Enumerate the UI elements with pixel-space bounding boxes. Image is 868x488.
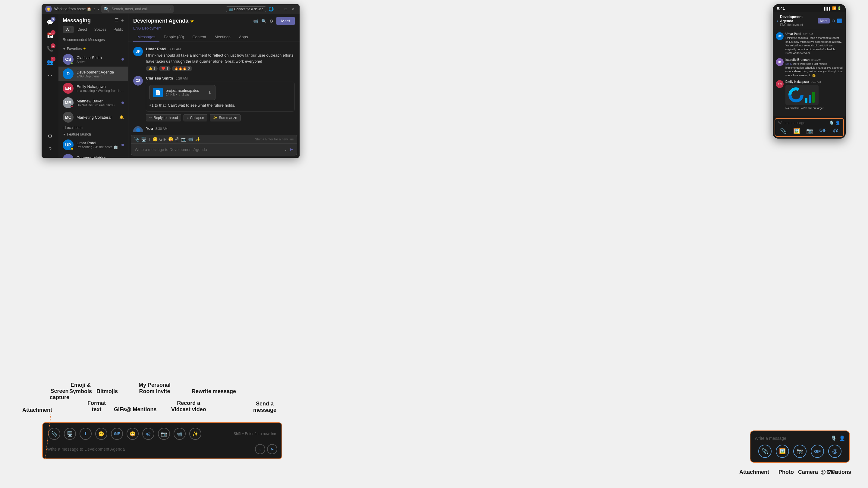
- settings-header-icon[interactable]: ⚙: [270, 19, 273, 24]
- phone-enlarged-input[interactable]: Write a message: [755, 436, 828, 441]
- section-header-feature-launch[interactable]: ▼ Feature launch: [59, 131, 128, 138]
- reply-thread-button[interactable]: ↩ Reply to thread: [146, 114, 181, 121]
- list-item[interactable]: MB Matthew Baker Do Not Disturb until 16…: [59, 96, 128, 110]
- bitmoji-enlarged-icon[interactable]: 😄: [127, 428, 138, 440]
- tab-meetings[interactable]: Meetings: [210, 33, 235, 41]
- sidebar-item-settings[interactable]: ⚙: [44, 130, 56, 142]
- phone-menu-icon[interactable]: ⊖: [832, 19, 835, 23]
- search-plus[interactable]: +: [169, 7, 171, 11]
- filter-tab-spaces[interactable]: Spaces: [91, 26, 110, 33]
- phone-enlarged-person-icon[interactable]: 👤: [839, 435, 845, 441]
- phone-gif-icon[interactable]: GIF: [819, 128, 827, 134]
- attachment-enlarged-icon[interactable]: 📎: [48, 428, 60, 440]
- section-header-favorites[interactable]: ▼ Favorites ★: [59, 45, 128, 52]
- connect-icon: 📺: [229, 7, 233, 11]
- message-input[interactable]: Write a message to Development Agenda: [135, 147, 281, 152]
- phone-enlarged-camera-icon[interactable]: 📷: [793, 445, 807, 458]
- filter-tab-public[interactable]: Public: [110, 26, 127, 33]
- back-arrow[interactable]: ‹: [94, 7, 95, 11]
- format-text-icon[interactable]: T: [148, 137, 151, 141]
- section-header-local-team[interactable]: › Local team: [59, 124, 128, 131]
- gif-icon[interactable]: GIF: [159, 137, 166, 141]
- phone-back-icon[interactable]: ‹: [776, 18, 778, 24]
- phone-input-field[interactable]: Write a message: [778, 121, 828, 125]
- phone-annotation-camera: Camera: [798, 469, 818, 475]
- reaction-chip[interactable]: ❤️ 1: [159, 66, 170, 71]
- format-text-enlarged-icon[interactable]: T: [80, 428, 92, 440]
- emoji-icon[interactable]: 😊: [153, 137, 158, 141]
- maximize-button[interactable]: □: [284, 6, 288, 12]
- new-chat-icon[interactable]: +: [121, 18, 124, 24]
- screen-capture-enlarged-icon[interactable]: 🖥️: [64, 428, 76, 440]
- collapse-button[interactable]: ↕ Collapse: [184, 114, 207, 121]
- enlarged-message-input[interactable]: Write a message to Development Agenda: [47, 447, 253, 452]
- sidebar-item-help[interactable]: ?: [44, 143, 56, 156]
- tab-content[interactable]: Content: [188, 33, 210, 41]
- filter-icon[interactable]: ☰: [115, 18, 119, 24]
- connect-device-button[interactable]: 📺 Connect to a device: [226, 6, 266, 12]
- sidebar-item-chat[interactable]: 💬 5: [44, 16, 56, 28]
- list-item[interactable]: EN Emily Nakagawa In a meeting • Working…: [59, 81, 128, 96]
- send-button[interactable]: ➤: [289, 146, 293, 153]
- phone-photo-icon[interactable]: 🖼️: [793, 128, 800, 134]
- phone-enlarged-gif-icon[interactable]: GIF: [811, 445, 824, 458]
- search-header-icon[interactable]: 🔍: [261, 19, 267, 24]
- phone-enlarged-at-icon[interactable]: @: [828, 445, 841, 458]
- tab-people[interactable]: People (30): [159, 33, 188, 41]
- reaction-chip[interactable]: 🔥🔥🔥 3: [172, 66, 192, 71]
- tab-messages[interactable]: Messages: [133, 33, 159, 41]
- phone-enlarged-attachment-icon[interactable]: 📎: [758, 445, 772, 458]
- reaction-chip[interactable]: 👍 1: [146, 66, 158, 71]
- bitmoji-icon[interactable]: 😄: [168, 137, 173, 141]
- star-button[interactable]: ★: [190, 19, 194, 24]
- emoji-enlarged-icon[interactable]: 😊: [95, 428, 107, 440]
- msg-text: +1 to that. Can't wait to see what the f…: [149, 102, 291, 108]
- screen-capture-icon[interactable]: 🖥️: [141, 137, 146, 141]
- rewrite-enlarged-icon[interactable]: ✨: [189, 428, 201, 440]
- tab-apps[interactable]: Apps: [235, 33, 252, 41]
- video-icon[interactable]: 📹: [253, 19, 258, 24]
- phone-at-icon[interactable]: @: [833, 128, 838, 134]
- minimize-button[interactable]: ─: [276, 6, 281, 12]
- sidebar-item-calendar[interactable]: 📅 1: [44, 30, 56, 41]
- mention-enlarged-icon[interactable]: @: [142, 428, 154, 440]
- phone-meet-button[interactable]: Meet: [818, 18, 830, 24]
- rewrite-icon[interactable]: ✨: [195, 137, 200, 141]
- meet-button[interactable]: Meet: [276, 17, 295, 25]
- filter-tab-all[interactable]: All: [63, 26, 74, 33]
- attachment-icon[interactable]: 📎: [134, 137, 139, 141]
- enlarged-send-button[interactable]: ➤: [267, 444, 277, 454]
- forward-arrow[interactable]: ›: [97, 7, 99, 11]
- phone-teams-icon[interactable]: 🟦: [837, 19, 842, 23]
- gif-enlarged-icon[interactable]: GIF: [111, 428, 123, 440]
- status-dot: [70, 105, 73, 108]
- phone-microphone-icon[interactable]: 🎙️: [829, 121, 834, 125]
- chevron-down-icon[interactable]: ⌄: [284, 147, 287, 152]
- room-invite-enlarged-icon[interactable]: 📷: [158, 428, 170, 440]
- list-item[interactable]: CS Clarissa Smith Active: [59, 52, 128, 67]
- phone-camera-icon[interactable]: 📷: [806, 128, 813, 134]
- close-button[interactable]: ✕: [290, 6, 296, 12]
- phone-enlarged-photo-icon[interactable]: 🖼️: [776, 445, 789, 458]
- list-item[interactable]: UP Umar Patel Presenting • At the office…: [59, 138, 128, 152]
- list-item[interactable]: MC Marketing Collateral 🔔: [59, 110, 128, 124]
- vidcast-icon[interactable]: 📹: [188, 137, 193, 141]
- filter-tab-direct[interactable]: Direct: [74, 26, 90, 33]
- download-icon[interactable]: ⬇: [208, 90, 212, 96]
- photo-icon[interactable]: 📷: [181, 137, 186, 141]
- vidcast-enlarged-icon[interactable]: 📹: [174, 428, 186, 440]
- sidebar-item-calls[interactable]: 📞 1: [44, 43, 56, 55]
- phone-enlarged-mic-icon[interactable]: 🎙️: [831, 435, 837, 441]
- list-item[interactable]: CM Common Metrics Usability research: [59, 152, 128, 158]
- search-box[interactable]: 🔍 Search, meet, and call +: [101, 5, 174, 13]
- sidebar-item-more[interactable]: ···: [44, 69, 56, 82]
- phone-input-area[interactable]: Write a message 🎙️ 👤 📎 🖼️ 📷 GIF @: [775, 118, 844, 137]
- summarize-button[interactable]: ✨ Summarize: [210, 114, 241, 121]
- annotation-bitmojis: Bitmojis: [96, 388, 118, 395]
- expanded-chevron-button[interactable]: ⌄: [255, 444, 265, 454]
- sidebar-item-teams[interactable]: 👥 1: [44, 56, 56, 68]
- list-item[interactable]: D Development Agenda ENG Deployment: [59, 67, 128, 81]
- phone-person-icon[interactable]: 👤: [835, 121, 840, 125]
- mention-icon[interactable]: @: [175, 137, 179, 141]
- phone-attachment-icon[interactable]: 📎: [780, 128, 786, 134]
